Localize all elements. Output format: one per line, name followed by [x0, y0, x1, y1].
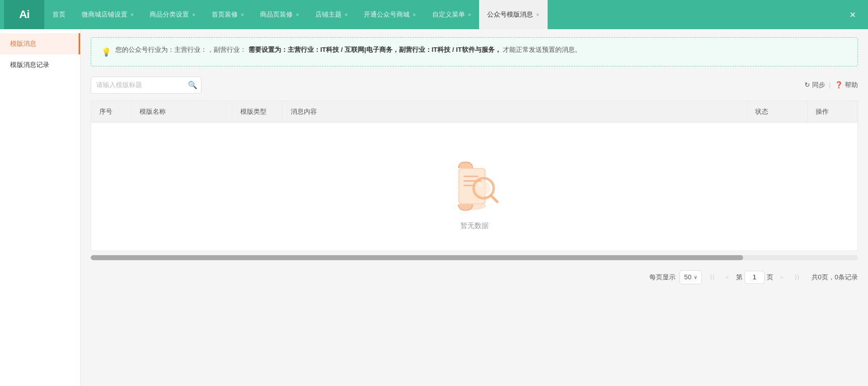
logo: Ai [4, 0, 44, 29]
col-header-seq: 序号 [91, 101, 131, 122]
main-layout: 模版消息 模版消息记录 💡 您的公众号行业为：主营行业：，副营行业： 需要设置为… [0, 29, 868, 386]
chevron-down-icon: ∨ [694, 274, 697, 280]
empty-text: 暂无数据 [460, 221, 489, 230]
search-input-wrap: 🔍 [91, 76, 202, 94]
svg-line-8 [491, 195, 497, 202]
col-header-content: 消息内容 [283, 101, 747, 122]
first-page-button[interactable]: ⟨⟨ [706, 271, 719, 284]
close-tab-home-decoration[interactable]: × [241, 12, 244, 18]
notice-box: 💡 您的公众号行业为：主营行业：，副营行业： 需要设置为：主营行业：IT科技 /… [91, 37, 858, 66]
pagination: 每页显示 50 ∨ ⟨⟨ ＜ 第 页 ＞ ⟩⟩ 共0页，0条记录 [91, 264, 858, 284]
close-tab-template-msg[interactable]: × [536, 12, 539, 18]
tab-open-mall[interactable]: 开通公众号商城 × [356, 0, 424, 29]
last-page-button[interactable]: ⟩⟩ [790, 271, 804, 284]
sync-icon: ↻ [805, 81, 810, 89]
close-tab-open-mall[interactable]: × [413, 12, 416, 18]
toolbar-right: ↻ 同步 | ❓ 帮助 [805, 81, 858, 90]
empty-illustration [444, 153, 505, 213]
tab-shop-settings[interactable]: 微商城店铺设置 × [74, 0, 142, 29]
per-page-label: 每页显示 [649, 273, 676, 282]
search-input[interactable] [91, 76, 202, 94]
next-page-button[interactable]: ＞ [775, 271, 788, 284]
per-page-select[interactable]: 50 ∨ [680, 270, 701, 284]
close-tab-shop-settings[interactable]: × [130, 12, 133, 18]
tab-custom-menu[interactable]: 自定义菜单 × [424, 0, 479, 29]
sidebar: 模版消息 模版消息记录 [0, 29, 81, 386]
svg-point-7 [477, 181, 491, 195]
col-header-status: 状态 [747, 101, 808, 122]
data-table: 序号 模版名称 模版类型 消息内容 状态 操作 [91, 101, 858, 251]
table-header: 序号 模版名称 模版类型 消息内容 状态 操作 [91, 101, 858, 122]
help-button[interactable]: ❓ 帮助 [835, 81, 858, 90]
close-tab-category-settings[interactable]: × [192, 12, 195, 18]
search-button[interactable]: 🔍 [188, 81, 197, 90]
prev-page-button[interactable]: ＜ [721, 271, 734, 284]
tab-template-msg[interactable]: 公众号模版消息 × [479, 0, 547, 29]
page-navigation: ⟨⟨ ＜ 第 页 ＞ ⟩⟩ [706, 271, 804, 284]
sync-button[interactable]: ↻ 同步 [805, 81, 825, 90]
content-area: 💡 您的公众号行业为：主营行业：，副营行业： 需要设置为：主营行业：IT科技 /… [81, 29, 868, 386]
tab-home[interactable]: 首页 [44, 0, 74, 29]
total-text: 共0页，0条记录 [812, 273, 858, 282]
tab-category-settings[interactable]: 商品分类设置 × [142, 0, 203, 29]
page-label: 第 [736, 273, 743, 282]
tab-home-decoration[interactable]: 首页装修 × [204, 0, 252, 29]
toolbar-divider: | [829, 81, 831, 89]
col-header-name: 模版名称 [131, 101, 232, 122]
table-header-row: 序号 模版名称 模版类型 消息内容 状态 操作 [91, 101, 858, 122]
help-icon: ❓ [835, 81, 843, 89]
close-tab-shop-theme[interactable]: × [345, 12, 348, 18]
page-number-input[interactable] [745, 271, 765, 284]
tab-shop-theme[interactable]: 店铺主题 × [307, 0, 356, 29]
window-close-button[interactable]: ✕ [841, 10, 864, 20]
search-bar: 🔍 ↻ 同步 | ❓ 帮助 [91, 76, 858, 94]
sidebar-item-template-message[interactable]: 模版消息 [0, 33, 80, 54]
svg-point-9 [479, 183, 483, 187]
search-icon: 🔍 [188, 81, 197, 89]
svg-rect-3 [463, 176, 479, 177]
sidebar-item-template-message-log[interactable]: 模版消息记录 [0, 54, 80, 75]
empty-state: 暂无数据 [91, 123, 857, 251]
table-body: 暂无数据 [91, 122, 858, 251]
col-header-action: 操作 [808, 101, 858, 122]
close-tab-custom-menu[interactable]: × [468, 12, 471, 18]
page-unit: 页 [767, 273, 773, 282]
top-nav: Ai 首页 微商城店铺设置 × 商品分类设置 × 首页装修 × 商品页装修 × … [0, 0, 868, 29]
horizontal-scrollbar[interactable] [91, 255, 858, 260]
col-header-type: 模版类型 [232, 101, 283, 122]
empty-state-row: 暂无数据 [91, 122, 858, 251]
tab-product-decoration[interactable]: 商品页装修 × [252, 0, 307, 29]
notice-text: 您的公众号行业为：主营行业：，副营行业： 需要设置为：主营行业：IT科技 / 互… [115, 45, 581, 55]
lightbulb-icon: 💡 [101, 46, 111, 59]
close-tab-product-decoration[interactable]: × [296, 12, 299, 18]
scroll-thumb [91, 255, 743, 260]
